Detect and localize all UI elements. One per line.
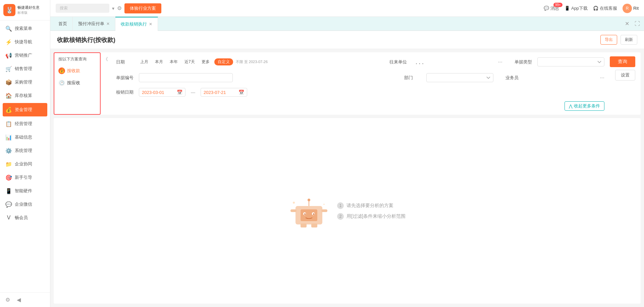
date-btn-7days[interactable]: 近7天: [182, 58, 197, 65]
tab-prepay-close[interactable]: ✕: [106, 21, 110, 26]
page-actions: 导出 刷新: [600, 35, 637, 49]
sidebar-item-system[interactable]: ⚙️ 系统管理: [0, 144, 50, 157]
message-btn[interactable]: 💬 消息 99+: [544, 5, 559, 11]
dropdown-icon[interactable]: ▾: [112, 6, 114, 11]
filter-settings-btn[interactable]: 设置: [615, 70, 635, 81]
user-menu[interactable]: R Rit: [623, 4, 639, 13]
svg-point-12: [293, 202, 295, 204]
tab-close-all-icon[interactable]: ✕: [624, 19, 631, 28]
date-btn-last-month[interactable]: 上月: [138, 58, 150, 65]
page-header: 收款核销执行(按收款) 导出 刷新: [50, 31, 644, 49]
collapse-left-icon: 《: [103, 56, 108, 62]
sidebar-item-enterprise[interactable]: 📁 企业协同: [0, 157, 50, 171]
svg-point-13: [323, 204, 325, 205]
svg-rect-6: [290, 209, 297, 212]
tab-prepay[interactable]: 预付冲应付单 ✕: [73, 17, 115, 31]
empty-hints: 1 请先选择要分析的方案 2 用[过滤]条件来缩小分析范围: [337, 202, 406, 220]
sidebar-bottom: ⚙ ◀: [0, 292, 50, 307]
sidebar-item-purchase[interactable]: 📦 采购管理: [0, 75, 50, 89]
username: Rit: [633, 6, 639, 11]
app-icon: 📱: [565, 6, 570, 11]
main-content: 搜索 ▾ ⚙ 体验行业方案 💬 消息 99+ 📱 App下载 🎧 在线客服 R …: [50, 0, 644, 307]
settings-icon[interactable]: ⚙: [5, 297, 10, 303]
sidebar-item-inventory[interactable]: 🏠 库存核算: [0, 89, 50, 102]
verify-date-start-input[interactable]: [142, 90, 175, 95]
app-label: App下载: [571, 5, 588, 11]
date-btn-this-year[interactable]: 本年: [168, 58, 180, 65]
basic-icon: 📊: [5, 134, 12, 141]
sidebar-item-label: 营销推广: [15, 52, 32, 58]
industry-btn[interactable]: 体验行业方案: [124, 3, 161, 13]
service-label: 在线客服: [600, 5, 617, 11]
filter-main: 日期 上月 本月 本年 近7天 更多 自定义 不限 至 2023-07-26 往…: [111, 52, 610, 115]
calendar-end-icon[interactable]: 📅: [238, 90, 244, 95]
date-btn-more[interactable]: 更多: [200, 58, 212, 65]
tab-receipt-close[interactable]: ✕: [149, 22, 152, 27]
sidebar-item-marketing[interactable]: 📢 营销推广: [0, 49, 50, 62]
counterparty-dots[interactable]: ···: [498, 59, 502, 65]
svg-point-4: [304, 213, 306, 215]
sidebar-item-label: 系统管理: [15, 148, 32, 154]
sidebar-item-basic[interactable]: 📊 基础信息: [0, 131, 50, 144]
sidebar-item-member[interactable]: V 畅会员: [0, 211, 50, 224]
export-btn[interactable]: 导出: [600, 35, 617, 45]
counterparty-input[interactable]: [412, 56, 493, 67]
sidebar-item-finance[interactable]: 💰 资金管理: [3, 103, 47, 116]
clerk-input[interactable]: [528, 72, 595, 83]
dept-select[interactable]: [426, 73, 493, 82]
doctype-label: 单据类型: [515, 59, 532, 65]
verify-date-end-input[interactable]: [204, 90, 237, 95]
sidebar-item-wechat[interactable]: 💬 企业微信: [0, 198, 50, 211]
purchase-icon: 📦: [5, 79, 12, 86]
docno-label: 单据编号: [116, 75, 133, 81]
filter-item-by-receivable[interactable]: 🕐 按应收: [54, 77, 100, 89]
receivable-icon: 🕐: [58, 80, 65, 86]
collapse-more-icon: ⋀: [569, 104, 573, 109]
doctype-select[interactable]: [537, 57, 604, 66]
tab-home[interactable]: 首页: [53, 17, 73, 31]
hint-text-2: 用[过滤]条件来缩小分析范围: [346, 213, 406, 219]
empty-hint-1: 1 请先选择要分析的方案: [337, 202, 406, 209]
app-download-btn[interactable]: 📱 App下载: [565, 5, 588, 11]
verify-date-end-wrapper: 📅: [201, 88, 247, 97]
collapse-icon[interactable]: ◀: [17, 297, 21, 303]
logo-icon: 🐰: [3, 4, 15, 16]
date-btn-this-month[interactable]: 本月: [153, 58, 165, 65]
quick-nav-icon: ⚡: [5, 39, 12, 45]
sidebar-item-label: 企业协同: [15, 161, 32, 167]
marketing-icon: 📢: [5, 52, 12, 59]
docno-input[interactable]: [139, 73, 233, 82]
sidebar-item-hardware[interactable]: 📱 智能硬件: [0, 184, 50, 198]
sidebar-item-guide[interactable]: 🎯 新手引导: [0, 171, 50, 184]
tab-receipt[interactable]: 收款核销执行 ✕: [115, 17, 158, 31]
service-btn[interactable]: 🎧 在线客服: [593, 5, 617, 11]
topbar-gear-icon[interactable]: ⚙: [117, 5, 122, 11]
tab-expand-icon[interactable]: ⛶: [633, 19, 641, 28]
sidebar-item-sales[interactable]: 🛒 销售管理: [0, 62, 50, 75]
tabbar-actions: ✕ ⛶: [624, 19, 641, 28]
filter-item-by-receipt[interactable]: 💰 按收款: [54, 65, 100, 77]
hint-text-1: 请先选择要分析的方案: [346, 203, 393, 209]
topbar-right: 💬 消息 99+ 📱 App下载 🎧 在线客服 R Rit: [544, 4, 639, 13]
filter-collapse-btn[interactable]: 《: [101, 52, 111, 115]
guide-icon: 🎯: [5, 174, 12, 181]
sidebar-item-label: 采购管理: [15, 79, 32, 85]
query-btn[interactable]: 查询: [610, 56, 635, 67]
date-btn-custom[interactable]: 自定义: [214, 58, 233, 65]
clerk-label: 业务员: [505, 75, 522, 81]
filter-row-3: 核销日期 📅 — 📅: [116, 88, 604, 97]
sidebar-item-quick-nav[interactable]: ⚡ 快捷导航: [0, 35, 50, 49]
topbar-left: 搜索 ▾ ⚙ 体验行业方案: [56, 3, 161, 13]
empty-state: 1 请先选择要分析的方案 2 用[过滤]条件来缩小分析范围: [54, 118, 641, 304]
clerk-dots[interactable]: ···: [600, 75, 604, 81]
calendar-start-icon[interactable]: 📅: [177, 90, 182, 95]
collapse-more-btn[interactable]: ⋀ 收起更多条件: [565, 101, 604, 111]
sidebar-item-label: 畅会员: [15, 215, 28, 221]
sidebar-item-search[interactable]: 🔍 搜索菜单: [0, 22, 50, 35]
topbar: 搜索 ▾ ⚙ 体验行业方案 💬 消息 99+ 📱 App下载 🎧 在线客服 R …: [50, 0, 644, 17]
refresh-btn[interactable]: 刷新: [621, 35, 637, 45]
sidebar-item-label: 快捷导航: [15, 39, 32, 45]
sidebar-item-operation[interactable]: 📋 经营管理: [0, 117, 50, 131]
wechat-icon: 💬: [5, 201, 12, 208]
sidebar-item-label: 库存核算: [15, 93, 32, 99]
